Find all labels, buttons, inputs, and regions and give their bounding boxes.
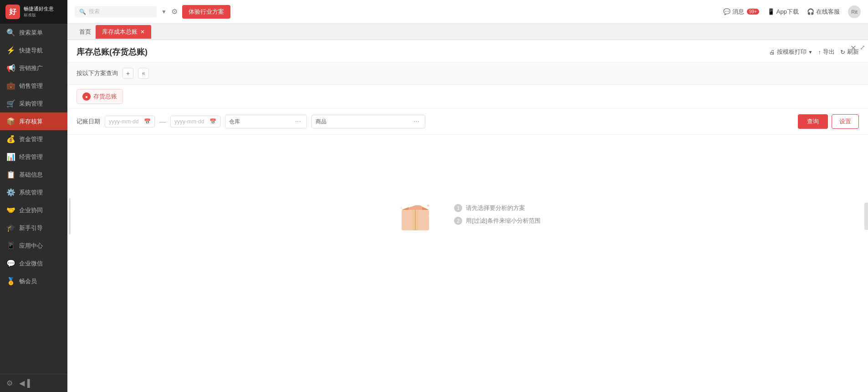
scheme-name: 存货总账 — [93, 92, 117, 101]
avatar: Rit — [848, 5, 861, 18]
sidebar-item-label: 采购管理 — [19, 100, 43, 108]
sidebar-item-label: 基础信息 — [19, 171, 43, 179]
right-expand-handle[interactable] — [864, 203, 868, 230]
settings-btn[interactable]: 设置 — [832, 114, 859, 129]
empty-hint-1: 1 请先选择要分析的方案 — [454, 204, 540, 212]
lightning-icon: ⚡ — [6, 46, 15, 55]
sidebar-item-label: 快捷导航 — [19, 46, 43, 55]
user-item[interactable]: Rit — [848, 5, 861, 18]
export-action[interactable]: ↑ 导出 — [818, 48, 835, 56]
sidebar-item-label: 企业协同 — [19, 206, 43, 214]
svg-rect-5 — [412, 210, 419, 230]
online-support-label: 在线客服 — [816, 8, 840, 16]
hint-num-1: 1 — [454, 204, 462, 212]
sidebar-item-onboarding[interactable]: 🎓 新手引导 — [0, 219, 67, 237]
settings-icon[interactable]: ⚙ — [171, 7, 178, 16]
messages-label: 消息 — [732, 8, 744, 16]
sidebar-item-quick-nav[interactable]: ⚡ 快捷导航 — [0, 41, 67, 59]
sidebar-item-inventory[interactable]: 📦 库存核算 — [0, 112, 67, 130]
search-placeholder: 搜索 — [89, 8, 100, 15]
goods-more-icon[interactable]: ··· — [412, 117, 421, 126]
sidebar-item-label: 系统管理 — [19, 188, 43, 197]
chevron-down-icon[interactable]: ▼ — [161, 9, 167, 15]
filter-bar: 按以下方案查询 + « — [67, 62, 868, 85]
main-area: 🔍 搜索 ▼ ⚙ 体验行业方案 💬 消息 99+ 📱 App下载 🎧 在线客服 … — [67, 0, 868, 392]
app-name: 畅捷通好生意 — [24, 5, 54, 12]
sidebar-item-label: 企业微信 — [19, 260, 43, 268]
empty-hint-2: 2 用[过滤]条件来缩小分析范围 — [454, 217, 540, 225]
warehouse-input[interactable]: 仓库 ··· — [225, 115, 307, 128]
box-icon: 📦 — [6, 117, 15, 126]
sidebar-nav: 🔍 搜索菜单 ⚡ 快捷导航 📢 营销推广 💼 销售管理 🛒 采购管理 📦 库存核… — [0, 24, 67, 374]
graduate-icon: 🎓 — [6, 224, 15, 232]
sidebar-item-purchase[interactable]: 🛒 采购管理 — [0, 95, 67, 112]
export-icon: ↑ — [818, 49, 822, 56]
search-box[interactable]: 🔍 搜索 — [75, 6, 157, 17]
app-download-item[interactable]: 📱 App下载 — [767, 8, 799, 16]
sidebar-item-finance[interactable]: 💰 资金管理 — [0, 130, 67, 148]
sidebar-item-wechat[interactable]: 💬 企业微信 — [0, 255, 67, 272]
page-title: 库存总账(存货总账) — [77, 46, 148, 57]
scheme-icon: ● — [82, 92, 91, 101]
svg-text:✦: ✦ — [399, 206, 403, 210]
hint-text-2: 用[过滤]条件来缩小分析范围 — [466, 217, 540, 225]
filter-add-btn[interactable]: + — [123, 68, 133, 79]
date-start-input[interactable]: yyyy-mm-dd 📅 — [105, 116, 155, 127]
page-content: ✕ ⤢ 库存总账(存货总账) 🖨 按模板打印 ▼ ↑ 导出 ↻ 刷新 — [67, 40, 868, 392]
mobile-icon: 📱 — [6, 241, 15, 250]
svg-text:✦: ✦ — [426, 203, 430, 209]
sidebar-item-label: 库存核算 — [19, 117, 43, 126]
scheme-item[interactable]: ● 存货总账 — [77, 89, 123, 104]
collapse-icon[interactable]: ◀▐ — [19, 379, 30, 387]
hint-text-1: 请先选择要分析的方案 — [466, 204, 525, 212]
tab-home[interactable]: 首页 — [75, 25, 96, 39]
svg-text:✦: ✦ — [428, 217, 430, 219]
mobile-icon: 📱 — [767, 8, 775, 15]
megaphone-icon: 📢 — [6, 64, 15, 72]
date-separator: — — [159, 118, 166, 125]
sidebar-item-search[interactable]: 🔍 搜索菜单 — [0, 24, 67, 41]
date-end-input[interactable]: yyyy-mm-dd 📅 — [170, 116, 220, 127]
sidebar-item-label: 资金管理 — [19, 135, 43, 143]
gear-icon: ⚙️ — [6, 188, 15, 197]
search-icon: 🔍 — [6, 28, 15, 37]
print-chevron-icon[interactable]: ▼ — [808, 50, 813, 55]
sidebar-bottom: ⚙ ◀▐ — [0, 374, 67, 392]
sidebar-item-enterprise[interactable]: 🤝 企业协同 — [0, 201, 67, 219]
chart-icon: 📊 — [6, 153, 15, 161]
online-support-item[interactable]: 🎧 在线客服 — [807, 8, 840, 16]
settings-icon[interactable]: ⚙ — [6, 379, 13, 387]
clipboard-icon: 📋 — [6, 170, 15, 179]
print-action[interactable]: 🖨 按模板打印 ▼ — [769, 48, 813, 56]
filter-collapse-btn[interactable]: « — [138, 68, 149, 79]
hint-num-2: 2 — [454, 217, 462, 225]
goods-input[interactable]: 商品 ··· — [311, 115, 425, 128]
sidebar-item-label: 新手引导 — [19, 224, 43, 232]
sidebar-item-system[interactable]: ⚙️ 系统管理 — [0, 183, 67, 201]
sidebar-item-basics[interactable]: 📋 基础信息 — [0, 166, 67, 183]
sidebar-item-app-center[interactable]: 📱 应用中心 — [0, 237, 67, 255]
industry-btn[interactable]: 体验行业方案 — [182, 5, 230, 19]
panel-expand-icon[interactable]: ⤢ — [860, 44, 865, 52]
panel-close-icon[interactable]: ✕ — [850, 44, 856, 52]
tab-inventory-cost[interactable]: 库存成本总账 ✕ — [96, 25, 151, 39]
topbar: 🔍 搜索 ▼ ⚙ 体验行业方案 💬 消息 99+ 📱 App下载 🎧 在线客服 … — [67, 0, 868, 24]
query-btn[interactable]: 查询 — [798, 114, 828, 129]
query-actions: 查询 设置 — [798, 114, 859, 129]
tab-close-icon[interactable]: ✕ — [140, 29, 145, 35]
messages-item[interactable]: 💬 消息 99+ — [723, 8, 759, 16]
scheme-filter: ● 存货总账 — [67, 85, 868, 109]
handshake-icon: 🤝 — [6, 206, 15, 214]
sidebar-item-sales[interactable]: 💼 销售管理 — [0, 77, 67, 95]
chat-icon: 💬 — [6, 259, 15, 268]
sidebar-item-member[interactable]: 🏅 畅会员 — [0, 272, 67, 290]
print-icon: 🖨 — [769, 49, 775, 56]
cart-icon: 🛒 — [6, 99, 15, 108]
warehouse-more-icon[interactable]: ··· — [293, 117, 303, 126]
app-download-label: App下载 — [776, 8, 799, 16]
sidebar-item-marketing[interactable]: 📢 营销推广 — [0, 59, 67, 77]
sidebar-item-label: 应用中心 — [19, 242, 43, 250]
sidebar-item-operations[interactable]: 📊 经营管理 — [0, 148, 67, 166]
scroll-track — [69, 198, 71, 234]
calendar-icon: 📅 — [144, 118, 151, 125]
